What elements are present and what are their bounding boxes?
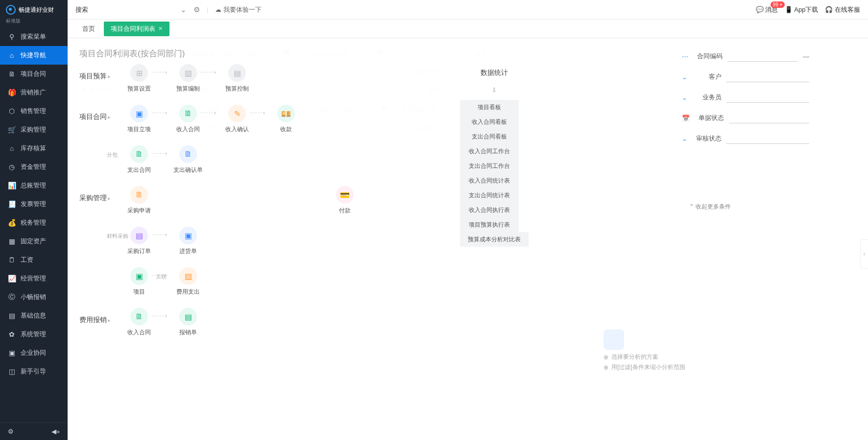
messages-button[interactable]: 💬 消息 99 + [756, 5, 778, 14]
sidebar-item-4[interactable]: ⬡销售管理 [0, 102, 68, 120]
node-icon: ▣ [130, 105, 148, 122]
flow-node[interactable]: 🗎收入合同 [123, 308, 155, 337]
sidebar-item-14[interactable]: Ⓒ小畅报销 [0, 288, 68, 306]
flow-node[interactable]: ▣项目 [123, 267, 155, 296]
nav-icon: 🧾 [8, 200, 16, 208]
flow-node[interactable]: 🗎收入合同 [172, 105, 204, 134]
nav-icon: ✿ [8, 330, 16, 338]
cloud-icon: ☁ [215, 6, 221, 13]
headset-icon: 🎧 [825, 6, 833, 13]
tab-close-icon[interactable]: ✕ [158, 25, 163, 32]
collapse-more-link[interactable]: ⌃ 收起更多条件 [689, 203, 731, 211]
flow-node[interactable]: ▣项目立项 [123, 105, 155, 134]
flow-node[interactable]: ▤报销单 [172, 308, 204, 337]
flow-node[interactable]: 🗎采购申请 [123, 186, 155, 215]
node-label: 收入确认 [225, 125, 249, 134]
contract-code-input[interactable] [727, 51, 798, 62]
try-experience-button[interactable]: ☁ 我要体验一下 [215, 5, 262, 14]
arrow-icon [152, 113, 167, 113]
dashboard-link[interactable]: 支出合同统计表 [460, 188, 519, 203]
node-icon: ▣ [130, 267, 148, 285]
flow-node[interactable]: ⊞预算设置 [123, 64, 155, 93]
sidebar-item-11[interactable]: ▦固定资产 [0, 232, 68, 251]
online-service-button[interactable]: 🎧 在线客服 [825, 5, 860, 14]
dashboard-link[interactable]: 项目看板 [460, 100, 519, 115]
arrow-down-icon: ⬇ [491, 86, 497, 94]
more-icon[interactable]: ⋯ [682, 53, 688, 60]
flow-node[interactable]: 🗎支出确认单 [172, 145, 204, 174]
sidebar-item-6[interactable]: ⌂库存核算 [0, 139, 68, 158]
dashboard-link[interactable]: 支出合同看板 [460, 129, 519, 144]
sidebar-item-0[interactable]: ⚲搜索菜单 [0, 27, 68, 46]
tab-0[interactable]: 首页 [75, 22, 102, 36]
node-label: 收入合同 [176, 125, 200, 134]
customer-input[interactable] [726, 71, 809, 82]
flow-node[interactable]: 💳付款 [329, 186, 361, 215]
chevron-down-icon[interactable]: ⌄ [682, 135, 687, 142]
flow-node[interactable]: 关联▧费用支出 [172, 267, 204, 296]
sidebar-item-15[interactable]: ▤基础信息 [0, 306, 68, 325]
sidebar-item-16[interactable]: ✿系统管理 [0, 325, 68, 344]
node-icon: 🗎 [179, 105, 197, 122]
flow-section-label: 项目合同 ▸ [79, 105, 123, 121]
sidebar-item-18[interactable]: ◫新手引导 [0, 362, 68, 381]
dashboard-link[interactable]: 收入合同工作台 [460, 144, 519, 159]
sidebar-item-9[interactable]: 🧾发票管理 [0, 195, 68, 213]
dashboard-link[interactable]: 收入合同执行表 [460, 203, 519, 217]
node-label: 收入合同 [127, 328, 151, 337]
flow-node[interactable]: ✎收入确认 [221, 105, 253, 134]
dashboard-link[interactable]: 收入合同统计表 [460, 173, 519, 188]
node-label: 预算控制 [225, 85, 249, 93]
flow-node[interactable]: ▧预算编制 [172, 64, 204, 93]
flow-section-label [79, 267, 123, 275]
sidebar-item-17[interactable]: ▣企业协同 [0, 344, 68, 362]
expand-panel-button[interactable]: ‹ [860, 239, 868, 269]
flow-node[interactable]: ▣进货单 [172, 227, 204, 255]
settings-icon[interactable]: ⚙ [8, 428, 14, 435]
search-input[interactable] [75, 6, 173, 13]
sidebar-item-10[interactable]: 💰税务管理 [0, 213, 68, 232]
sidebar-item-12[interactable]: 🗒工资 [0, 251, 68, 269]
chevron-down-icon[interactable]: ⌄ [682, 73, 687, 81]
global-search[interactable] [75, 6, 173, 14]
salesman-input[interactable] [726, 92, 809, 103]
dashboard-link[interactable]: 项目预算执行表 [460, 217, 519, 232]
sidebar-item-2[interactable]: 🗎项目合同 [0, 65, 68, 83]
sidebar-item-7[interactable]: ◷资金管理 [0, 158, 68, 176]
messages-badge: 99 + [771, 1, 785, 8]
quick-nav-overlay: 项目合同利润表(按合同部门) 项目预算 ▸⊞预算设置▧预算编制▤预算控制项目合同… [68, 38, 538, 391]
chevron-down-icon[interactable]: ⌄ [180, 5, 187, 14]
dashboard-link[interactable]: 收入合同看板 [460, 115, 519, 129]
node-icon: ▤ [130, 227, 148, 244]
audit-status-input[interactable] [726, 133, 809, 144]
sidebar-item-13[interactable]: 📈经营管理 [0, 269, 68, 288]
collapse-sidebar-icon[interactable]: ◀» [51, 428, 60, 435]
sidebar-item-3[interactable]: 🎁营销推广 [0, 83, 68, 102]
calendar-icon[interactable]: 📅 [682, 115, 690, 122]
nav-icon: ⌂ [8, 144, 16, 152]
tab-1[interactable]: 项目合同利润表✕ [104, 22, 169, 36]
flow-node[interactable]: 分包🗎支出合同 [123, 145, 155, 174]
dashboard-column: 数据统计 ⬇ 项目看板收入合同看板支出合同看板收入合同工作台支出合同工作台收入合… [462, 69, 526, 247]
sidebar-footer: ⚙ ◀» [0, 422, 68, 440]
sidebar-item-1[interactable]: ⌂快捷导航 [0, 46, 68, 65]
arrow-icon [152, 316, 167, 316]
node-icon: ▧ [179, 267, 197, 285]
assistant-icon [603, 329, 624, 350]
node-icon: 💴 [277, 105, 295, 122]
node-icon: ▤ [228, 64, 246, 82]
sidebar-item-8[interactable]: 📊总账管理 [0, 176, 68, 195]
bill-status-input[interactable] [729, 113, 809, 123]
node-label: 费用支出 [176, 288, 200, 296]
sidebar-item-5[interactable]: 🛒采购管理 [0, 120, 68, 139]
dashboard-link[interactable]: 支出合同工作台 [460, 159, 519, 173]
flow-node[interactable]: 💴收款 [270, 105, 302, 134]
dashboard-link[interactable]: 预算成本分析对比表 [460, 232, 529, 247]
node-label: 采购订单 [127, 247, 151, 255]
gear-icon[interactable]: ⚙ [193, 5, 200, 14]
nav-icon: ◷ [8, 163, 16, 171]
flow-node[interactable]: 材料采购▤采购订单 [123, 227, 155, 255]
flow-node[interactable]: ▤预算控制 [221, 64, 253, 93]
chevron-down-icon[interactable]: ⌄ [682, 94, 687, 101]
app-download-button[interactable]: 📱 App下载 [785, 5, 818, 14]
